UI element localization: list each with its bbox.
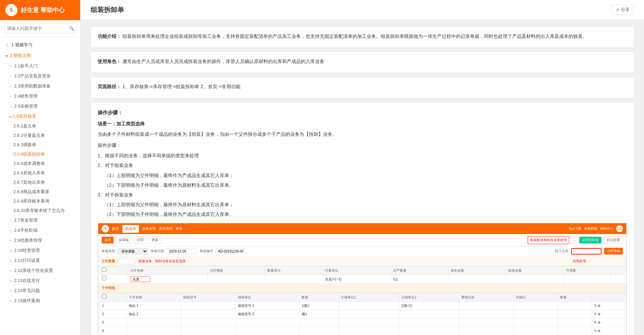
sim-confirm-btn[interactable]: 还原到审核 [579, 237, 601, 243]
nav-sub-s28-title[interactable]: ＋ 2.8手机旺铺 [9, 225, 80, 235]
nav-leaf-263[interactable]: 2.6.3调拨单 [13, 140, 80, 150]
sim-date-input[interactable] [167, 248, 197, 254]
sidebar-header: 6 好生意 帮助中心 [0, 0, 80, 20]
nav-sub-s27-title[interactable]: ＋ 2.7资金管理 [9, 215, 80, 225]
app-title: 好生意 帮助中心 [21, 6, 65, 14]
sim-ltd-exp2 [514, 310, 558, 319]
step2: 2、对于组装业务 [98, 161, 627, 170]
sidebar: 6 好生意 帮助中心 🔍 ＋ 1.视频学习 ● 2.帮助文档 [0, 0, 80, 335]
nav-sub-s214-title[interactable]: ＋ 2.14常见问题 [9, 286, 80, 296]
sim-td-qty-unit [265, 275, 323, 284]
share-icon: ↗ [616, 7, 620, 12]
nav-leaf-265[interactable]: 2.6.5成本调整单 [13, 159, 80, 168]
logo-icon: 6 [5, 4, 17, 16]
sim-parent-qty[interactable] [118, 259, 135, 264]
nav-section-docs: ● 2.帮助文档 ＋ 2.1新手入门 ＋ 2.2产品安装及登录 [0, 50, 80, 306]
nav-sub-s212-title[interactable]: ＋ 2.12系统个性化设置 [9, 266, 80, 276]
sim-th-check[interactable] [102, 267, 106, 272]
main-content: 组装拆卸单 ↗ 分享 功能介绍： 组装拆卸单用来处理企业组装或拆卸等加工业务，支… [80, 0, 644, 335]
path-label: 页面路径： [98, 84, 121, 89]
search-input[interactable] [4, 24, 66, 33]
sim-th-qty-unit: 数量单位 [265, 266, 323, 275]
nav-sub-s29-title[interactable]: ＋ 2.9优惠券管理 [9, 235, 80, 245]
sim-ltd-check2: 2 [100, 310, 127, 319]
sim-th-measure-unit: 计量单位 [323, 266, 391, 275]
nav-leaf-262[interactable]: 2.6.2分量盘点单 [13, 131, 80, 140]
sim-print-btn[interactable]: 打印 [134, 236, 147, 244]
share-label: 分享 [621, 7, 630, 13]
nav-sub-s29: ＋ 2.9优惠券管理 [9, 235, 80, 245]
nav-sub-s211-title[interactable]: ＋ 2.11打印设置 [9, 256, 80, 266]
table-row: 2 物品 2 规格型号-2 (数) [100, 310, 625, 319]
sim-topbar-right: App下载 在线帮助 帮助中心 CC [569, 225, 623, 232]
sim-more-btn[interactable]: 更多 [149, 236, 161, 244]
nav-leaf-268[interactable]: 2.6.8商品成本重算 [13, 187, 80, 197]
table-row: 3✎ ⊕ [100, 319, 625, 327]
sim-th-parent-name: 父件名称 [128, 266, 208, 275]
nav-sub-s25-label: 2.5采购管理 [14, 103, 38, 109]
nav-section-docs-title[interactable]: ● 2.帮助文档 [0, 50, 80, 61]
nav-sub-s211-label: 2.11打印设置 [14, 258, 40, 264]
sim-approve-btn[interactable]: 立即审核 [604, 248, 623, 255]
nav-sub-s21-title[interactable]: ＋ 2.1新手入门 [9, 61, 80, 71]
sim-td-act [610, 275, 625, 284]
sim-lth-aux-unit: 辅助单位 [236, 293, 300, 302]
sim-ltd-name2: 物品 2 [126, 310, 181, 319]
sim-nav-item3[interactable]: 库存管理 [159, 226, 172, 232]
nav-sub-s25-title[interactable]: ＋ 2.5采购管理 [9, 101, 80, 111]
step3: 3、对于拆装业务 [98, 191, 627, 199]
sim-docno-label: 单据编号 [200, 248, 213, 254]
nav-leaf-264[interactable]: 2.6.4组装拆卸单 [13, 150, 80, 159]
sim-docno-input[interactable] [216, 248, 246, 254]
sim-ltd-u1-1 [338, 302, 399, 310]
sim-lth-check[interactable] [102, 294, 106, 298]
annotation2-text: 组装业务、拆卸业务在这里选择 [139, 258, 185, 264]
sim-nav-item[interactable]: 首页 [112, 226, 119, 232]
nav-sub-s210-title[interactable]: ＋ 2.10经营管理 [9, 245, 80, 256]
sim-upper-label: 父件数量： [102, 258, 118, 264]
nav-sub-s213-label: 2.13在线支付 [14, 278, 40, 284]
nav-leaf-2610[interactable]: 2.6.10库存账本错了怎么办 [13, 206, 80, 215]
sim-td-measure: 光龙(+1~1) [323, 275, 391, 284]
scene1-steps-title: 操作步骤： [98, 141, 627, 150]
sim-doctype-select[interactable]: 库存调拨 组装 拆卸 [118, 248, 148, 255]
sim-row-check[interactable] [102, 276, 106, 280]
sim-ltd-aux2: 规格型号-2 [236, 310, 300, 319]
nav-sub-s22-title[interactable]: ＋ 2.2产品安装及登录 [9, 71, 80, 81]
step2-sub1: （1）上部明细为父件明细，最终作为产成品生成其它入库单； [98, 171, 627, 180]
plus-icon: ＋ [9, 104, 13, 109]
nav-sub-s215-label: 2.15操作案例 [14, 298, 40, 304]
sim-nav-item2[interactable]: 采购管理 [142, 226, 156, 232]
sim-action-btn[interactable]: 后台处理 [603, 236, 623, 244]
intro-text: 功能介绍： 组装拆卸单用来处理企业组装或拆卸等加工业务，支持有固定装配清单的产品… [98, 32, 627, 41]
sim-td-issue [506, 275, 564, 284]
nav-sub-s213-title[interactable]: ＋ 2.13在线支付 [9, 276, 80, 286]
sim-warehouse-input[interactable] [571, 248, 601, 255]
nav-sub-s215-title[interactable]: ＋ 2.15操作案例 [9, 296, 80, 306]
nav-leaf-266[interactable]: 2.6.6其他入库单 [13, 168, 80, 178]
sim-cancel-btn[interactable]: 反审核 [116, 236, 132, 244]
sim-parent-name-input[interactable] [130, 276, 150, 282]
sim-upper-table: 父件名称 父件规格 数量单位 计量单位 生产数量 成本金额 核发金额 可用量 [100, 266, 625, 284]
path-text: 页面路径： 1、库存核算->库存管理->组装拆卸单 2、首页->常用功能 [98, 82, 627, 91]
nav-leaf-267[interactable]: 2.6.7其他出库单 [13, 178, 80, 187]
scene1-title: 场景一：加工类型选择 [98, 120, 627, 128]
sim-save-btn[interactable]: 保存 [102, 237, 114, 243]
nav-section-video-label: 1.视频学习 [11, 42, 33, 48]
nav-sub-s26-title[interactable]: ● 2.6库存核算 [9, 111, 80, 121]
nav-sub-s23-title[interactable]: ＋ 2.3使用前数据准备 [9, 81, 80, 91]
sim-sub-section-header: 子件明细 [98, 284, 626, 293]
sim-nav-item4[interactable]: 财务 [176, 226, 182, 232]
search-area: 🔍 [0, 20, 80, 37]
plus-icon: ＋ [9, 64, 13, 68]
sim-nav-item-active[interactable]: 新建单 [122, 225, 139, 233]
nav-sub-s210: ＋ 2.10经营管理 [9, 245, 80, 256]
nav-sub-s24-title[interactable]: ＋ 2.4销售管理 [9, 91, 80, 101]
nav-section-video-title[interactable]: ＋ 1.视频学习 [0, 40, 80, 50]
nav-leaf-261[interactable]: 2.6.1盘点单 [13, 121, 80, 131]
table-row: 光龙(+1~1) 1位 [100, 275, 625, 284]
search-button[interactable]: 🔍 [66, 24, 76, 33]
sim-upper-table-header: 父件名称 父件规格 数量单位 计量单位 生产数量 成本金额 核发金额 可用量 [100, 266, 625, 275]
nav-leaf-269[interactable]: 2.6.9库存账本查询 [13, 197, 80, 206]
share-button[interactable]: ↗ 分享 [611, 5, 634, 15]
